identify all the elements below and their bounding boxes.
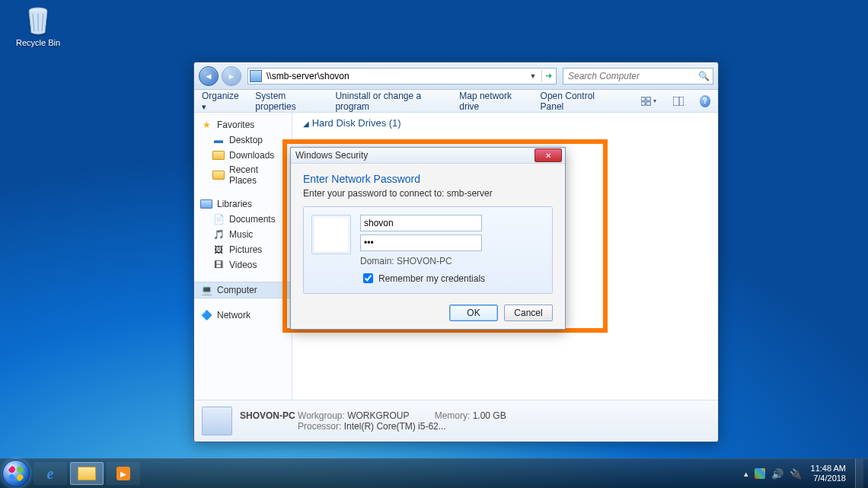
sidebar-item-desktop[interactable]: ▬Desktop xyxy=(194,132,292,148)
sidebar-item-videos[interactable]: 🎞Videos xyxy=(194,257,292,273)
sidebar-item-downloads[interactable]: Downloads xyxy=(194,148,292,163)
explorer-toolbar: Organize ▾ System properties Uninstall o… xyxy=(194,90,718,113)
action-center-icon[interactable] xyxy=(755,468,765,479)
windows-security-dialog: Windows Security ✕ Enter Network Passwor… xyxy=(290,147,566,330)
taskbar: e ▶ ▴ 🔊 🔌 11:48 AM 7/4/2018 xyxy=(0,458,868,488)
tray-overflow-icon[interactable]: ▴ xyxy=(744,469,748,479)
user-picture-icon xyxy=(311,215,351,254)
dialog-title: Windows Security xyxy=(295,150,368,161)
downloads-icon xyxy=(212,149,225,161)
credentials-box: Domain: SHOVON-PC Remember my credential… xyxy=(303,206,553,294)
recycle-bin-icon xyxy=(22,5,54,37)
uninstall-program[interactable]: Uninstall or change a program xyxy=(335,91,445,112)
username-input[interactable] xyxy=(360,215,482,231)
network-tray-icon[interactable]: 🔌 xyxy=(790,468,802,480)
go-button[interactable]: ➜ xyxy=(541,70,554,82)
sidebar-item-music[interactable]: 🎵Music xyxy=(194,227,292,242)
dialog-close-button[interactable]: ✕ xyxy=(535,148,562,162)
organize-menu[interactable]: Organize ▾ xyxy=(202,91,241,112)
svg-rect-2 xyxy=(646,97,650,100)
explorer-sidebar: ★Favorites ▬Desktop Downloads Recent Pla… xyxy=(194,113,292,400)
address-bar[interactable]: ▼ ➜ xyxy=(247,68,557,85)
password-input[interactable] xyxy=(360,234,482,251)
libraries-icon xyxy=(200,198,212,210)
domain-label: Domain: SHOVON-PC xyxy=(360,256,544,266)
remember-checkbox[interactable] xyxy=(363,273,373,283)
sidebar-item-computer[interactable]: 💻Computer xyxy=(194,282,292,298)
address-input[interactable] xyxy=(265,70,525,82)
computer-icon xyxy=(250,70,262,82)
media-player-icon: ▶ xyxy=(116,467,130,480)
start-orb-icon xyxy=(2,460,30,487)
status-thumbnail-icon xyxy=(202,407,232,435)
forward-button[interactable]: ► xyxy=(222,66,241,86)
sidebar-item-documents[interactable]: 📄Documents xyxy=(194,212,292,227)
system-properties[interactable]: System properties xyxy=(255,91,321,112)
taskbar-clock[interactable]: 11:48 AM 7/4/2018 xyxy=(808,464,849,483)
help-icon[interactable]: ? xyxy=(700,95,710,107)
folder-icon xyxy=(78,467,96,480)
dialog-subtext: Enter your password to connect to: smb-s… xyxy=(303,188,553,199)
open-control-panel[interactable]: Open Control Panel xyxy=(541,91,613,112)
map-network-drive[interactable]: Map network drive xyxy=(459,91,526,112)
pictures-icon: 🖼 xyxy=(212,244,225,256)
music-icon: 🎵 xyxy=(212,228,225,241)
documents-icon: 📄 xyxy=(212,213,225,225)
remember-credentials[interactable]: Remember my credentials xyxy=(360,271,544,285)
sidebar-item-recent[interactable]: Recent Places xyxy=(194,163,292,187)
search-icon: 🔍 xyxy=(698,71,710,81)
svg-rect-5 xyxy=(673,97,684,106)
start-button[interactable] xyxy=(0,459,32,488)
svg-rect-1 xyxy=(641,97,645,100)
taskbar-ie[interactable]: e xyxy=(34,462,67,485)
back-button[interactable]: ◄ xyxy=(199,66,219,86)
taskbar-explorer[interactable] xyxy=(70,462,104,485)
network-icon: 🔷 xyxy=(200,309,212,321)
videos-icon: 🎞 xyxy=(212,259,225,271)
preview-pane-icon[interactable] xyxy=(671,93,686,110)
cancel-button[interactable]: Cancel xyxy=(504,305,553,321)
favorites-group[interactable]: ★Favorites xyxy=(194,117,292,132)
hdd-heading[interactable]: ◢ Hard Disk Drives (1) xyxy=(303,117,707,129)
svg-rect-4 xyxy=(646,101,650,104)
address-dropdown[interactable]: ▼ xyxy=(528,72,538,80)
search-box[interactable]: 🔍 xyxy=(563,68,713,85)
recycle-bin[interactable]: Recycle Bin xyxy=(15,5,61,47)
computer-nav-icon: 💻 xyxy=(200,284,212,296)
status-computer-name: SHOVON-PC xyxy=(240,410,295,421)
view-options-icon[interactable]: ▾ xyxy=(640,93,657,110)
libraries-group[interactable]: Libraries xyxy=(194,196,292,212)
star-icon: ★ xyxy=(200,119,212,131)
ie-icon: e xyxy=(47,465,54,483)
sidebar-item-network[interactable]: 🔷Network xyxy=(194,308,292,323)
system-tray: ▴ 🔊 🔌 11:48 AM 7/4/2018 xyxy=(739,459,868,488)
svg-rect-3 xyxy=(641,101,645,104)
ok-button[interactable]: OK xyxy=(449,305,498,321)
explorer-statusbar: SHOVON-PC Workgroup: WORKGROUP Memory: 1… xyxy=(194,400,718,442)
desktop-icon: ▬ xyxy=(212,134,225,146)
show-desktop-button[interactable] xyxy=(855,459,863,488)
search-input[interactable] xyxy=(566,70,698,82)
sidebar-item-pictures[interactable]: 🖼Pictures xyxy=(194,242,292,257)
explorer-nav-bar: ◄ ► ▼ ➜ 🔍 xyxy=(194,62,718,90)
taskbar-wmp[interactable]: ▶ xyxy=(107,462,140,485)
volume-icon[interactable]: 🔊 xyxy=(771,468,783,480)
dialog-heading: Enter Network Password xyxy=(303,173,553,185)
recycle-bin-label: Recycle Bin xyxy=(15,38,61,47)
recent-icon xyxy=(212,169,225,181)
